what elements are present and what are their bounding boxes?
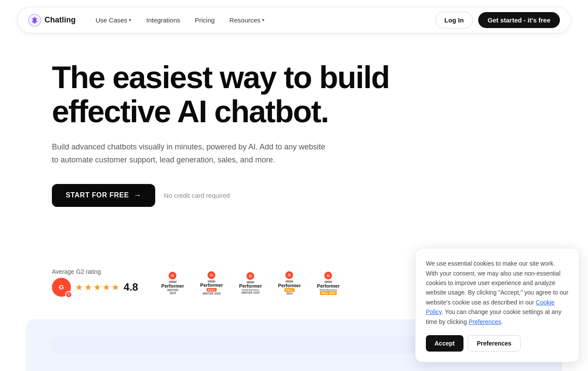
start-free-button[interactable]: START FOR FREE → bbox=[52, 184, 155, 207]
navbar: Chatling Use Cases ▾ Integrations Pricin… bbox=[17, 7, 571, 33]
badge-small-biz-winter-2025: G HIGH Performer Small Business WINTER 2… bbox=[233, 263, 268, 302]
accept-button[interactable]: Accept bbox=[426, 335, 463, 352]
chevron-down-icon: ▾ bbox=[262, 17, 265, 23]
nav-left: Chatling Use Cases ▾ Integrations Pricin… bbox=[28, 13, 271, 27]
g2-badge-icon: G bbox=[246, 272, 254, 280]
cookie-policy-link[interactable]: Cookie Policy bbox=[426, 299, 555, 315]
rating-number: 4.8 bbox=[124, 281, 138, 293]
svg-point-1 bbox=[33, 19, 36, 21]
hero-subtitle: Build advanced chatbots visually in minu… bbox=[52, 141, 329, 166]
preferences-button[interactable]: Preferences bbox=[468, 335, 521, 352]
logo-icon bbox=[28, 14, 41, 27]
cookie-banner: We use essential cookies to make our sit… bbox=[415, 248, 579, 362]
badge-emea-winter-2025: G HIGH Performer EMEA WINTER 2025 bbox=[194, 263, 229, 302]
g2-badges: G HIGH Performer WINTER 2025 G HIGH Perf… bbox=[155, 263, 345, 302]
no-credit-card-label: No credit card required bbox=[164, 192, 230, 199]
logo-text: Chatling bbox=[45, 16, 76, 25]
g2-logo: G 2 bbox=[52, 278, 71, 297]
g2-badge-icon: G bbox=[285, 271, 293, 279]
badge-small-biz-fall-2024: G HIGH Performer Small Business FALL 202… bbox=[311, 263, 345, 302]
nav-resources[interactable]: Resources ▾ bbox=[224, 13, 271, 27]
preferences-link[interactable]: Preferences bbox=[469, 318, 501, 325]
ratings-label: Average G2 rating bbox=[52, 268, 138, 275]
svg-point-3 bbox=[36, 18, 38, 19]
chevron-down-icon: ▾ bbox=[129, 17, 131, 23]
g2-badge-icon: G bbox=[208, 271, 215, 279]
cookie-text: We use essential cookies to make our sit… bbox=[426, 259, 569, 327]
nav-right: Log In Get started - it's free bbox=[435, 12, 560, 29]
badge-fall-2024: G HIGH Performer FALL 2024 bbox=[272, 263, 307, 302]
ratings-left: Average G2 rating G 2 ★ ★ ★ ★ ★ 4.8 bbox=[52, 268, 138, 297]
nav-integrations[interactable]: Integrations bbox=[140, 13, 186, 27]
cta-button[interactable]: Get started - it's free bbox=[478, 12, 560, 28]
nav-use-cases[interactable]: Use Cases ▾ bbox=[89, 13, 137, 27]
ratings-stars: G 2 ★ ★ ★ ★ ★ 4.8 bbox=[52, 278, 138, 297]
logo[interactable]: Chatling bbox=[28, 14, 76, 27]
nav-links: Use Cases ▾ Integrations Pricing Resourc… bbox=[89, 13, 271, 27]
g2-badge-icon: G bbox=[324, 272, 332, 279]
nav-pricing[interactable]: Pricing bbox=[189, 13, 221, 27]
hero-actions: START FOR FREE → No credit card required bbox=[52, 184, 536, 207]
hero-section: The easiest way to build effective AI ch… bbox=[0, 0, 588, 263]
badge-winter-2025: G HIGH Performer WINTER 2025 bbox=[155, 263, 190, 302]
star-rating: ★ ★ ★ ★ ★ bbox=[75, 282, 119, 292]
svg-point-2 bbox=[32, 18, 33, 19]
login-button[interactable]: Log In bbox=[435, 12, 473, 29]
g2-badge-icon: G bbox=[169, 272, 176, 279]
hero-title: The easiest way to build effective AI ch… bbox=[52, 60, 406, 129]
arrow-icon: → bbox=[133, 191, 141, 200]
cookie-buttons: Accept Preferences bbox=[426, 335, 569, 352]
